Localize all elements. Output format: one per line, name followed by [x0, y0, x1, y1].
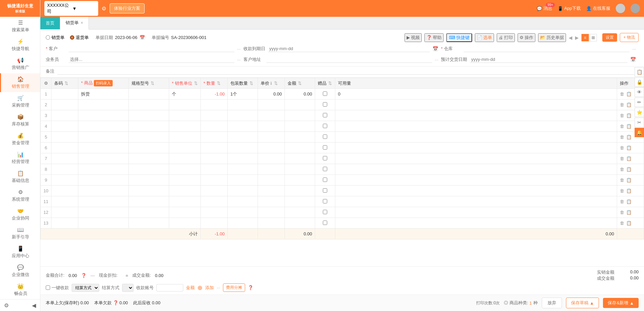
- help-button[interactable]: ❓ 帮助: [424, 33, 444, 42]
- payment-more-icon[interactable]: ···: [217, 285, 220, 290]
- cell-gift[interactable]: [315, 143, 335, 153]
- cell-barcode[interactable]: [51, 175, 78, 186]
- cell-gift[interactable]: [315, 164, 335, 175]
- copy-row-icon[interactable]: 📋: [626, 210, 632, 215]
- column-settings-icon[interactable]: ⚙: [44, 81, 48, 86]
- cell-barcode[interactable]: [51, 110, 78, 121]
- cell-barcode[interactable]: [51, 218, 78, 229]
- right-tool-lock[interactable]: 🔒: [635, 77, 644, 87]
- copy-row-icon[interactable]: 📋: [626, 156, 632, 161]
- expense-button[interactable]: 费用分摊: [223, 283, 245, 292]
- gift-checkbox[interactable]: [323, 210, 327, 214]
- copy-row-icon[interactable]: 📋: [626, 167, 632, 172]
- cell-quantity[interactable]: [201, 143, 228, 153]
- history-button[interactable]: 📂 历史单据: [538, 33, 566, 42]
- cell-quantity[interactable]: [201, 164, 228, 175]
- delete-row-icon[interactable]: 🗑: [620, 199, 624, 204]
- gift-checkbox[interactable]: [323, 102, 327, 107]
- copy-row-icon[interactable]: 📋: [626, 145, 632, 150]
- video-button[interactable]: ▶ 视频: [405, 33, 422, 42]
- cell-quantity[interactable]: [201, 196, 228, 207]
- cell-pkg-qty[interactable]: [228, 164, 258, 175]
- company-selector[interactable]: XXXXXX公司 ▼: [44, 1, 98, 16]
- payment-checkbox-label[interactable]: 一键收款: [46, 285, 69, 291]
- due-date-calendar-icon[interactable]: 📅: [432, 46, 438, 51]
- expected-delivery-input[interactable]: [470, 56, 628, 63]
- cell-quantity[interactable]: [201, 175, 228, 186]
- cell-spec[interactable]: [129, 121, 169, 132]
- cell-spec[interactable]: [129, 110, 169, 121]
- tab-home[interactable]: 首页: [40, 17, 60, 29]
- cell-barcode[interactable]: [51, 132, 78, 143]
- sidebar-item-appstore[interactable]: 📱 应用中心: [0, 243, 40, 262]
- spec-sort-icon[interactable]: ⇅: [151, 81, 154, 86]
- copy-row-icon[interactable]: 📋: [626, 178, 632, 183]
- cell-unit[interactable]: [169, 196, 201, 207]
- tab-sales-bill[interactable]: 销货单 ×: [60, 17, 89, 30]
- customer-input[interactable]: [69, 45, 234, 52]
- sidebar-item-marketing[interactable]: 📢 营销推广: [0, 54, 40, 73]
- cell-spec[interactable]: [129, 143, 169, 153]
- warehouse-more-icon[interactable]: ···: [632, 46, 636, 51]
- cell-unit-price[interactable]: [258, 121, 285, 132]
- customer-more-icon[interactable]: ···: [237, 46, 241, 51]
- due-date-input[interactable]: [268, 45, 430, 52]
- warehouse-input[interactable]: 建材仓: [464, 45, 630, 52]
- cell-spec[interactable]: [129, 164, 169, 175]
- pkg-qty-sort-icon[interactable]: ⇅: [250, 81, 253, 86]
- cell-unit[interactable]: [169, 153, 201, 164]
- save-draft-button[interactable]: 保存草稿 ▲: [566, 298, 599, 308]
- shortcut-button[interactable]: ⌨ 快捷键: [446, 33, 472, 42]
- help-circle-icon-footer[interactable]: ❓: [81, 273, 86, 278]
- delete-row-icon[interactable]: 🗑: [620, 134, 624, 140]
- cell-barcode[interactable]: [51, 164, 78, 175]
- cell-quantity[interactable]: [201, 207, 228, 218]
- cell-unit[interactable]: 个: [169, 89, 201, 100]
- cell-product[interactable]: [78, 100, 129, 110]
- cell-pkg-qty[interactable]: [228, 207, 258, 218]
- delete-row-icon[interactable]: 🗑: [620, 102, 624, 107]
- cell-unit-price[interactable]: [258, 164, 285, 175]
- salesperson-input[interactable]: [69, 56, 234, 63]
- copy-row-icon[interactable]: 📋: [626, 199, 632, 204]
- settings-button[interactable]: 设置: [602, 33, 617, 42]
- cell-amount[interactable]: [285, 186, 315, 196]
- cell-unit[interactable]: [169, 143, 201, 153]
- amount-input[interactable]: [156, 284, 183, 291]
- cell-spec[interactable]: [129, 196, 169, 207]
- sidebar-item-funds[interactable]: 💰 资金管理: [0, 130, 40, 149]
- operation-button[interactable]: ⚙ 操作: [518, 33, 535, 42]
- cell-quantity[interactable]: [201, 121, 228, 132]
- right-tool-eye[interactable]: 👁: [635, 87, 644, 97]
- cell-pkg-qty[interactable]: [228, 143, 258, 153]
- cell-gift[interactable]: [315, 218, 335, 229]
- delete-row-icon[interactable]: 🗑: [620, 167, 624, 172]
- gift-checkbox[interactable]: [323, 124, 327, 128]
- cell-spec[interactable]: [129, 100, 169, 110]
- cell-spec[interactable]: [129, 153, 169, 164]
- delete-row-icon[interactable]: 🗑: [620, 156, 624, 161]
- quantity-sort-icon[interactable]: ⇅: [217, 81, 221, 86]
- cell-unit-price[interactable]: [258, 153, 285, 164]
- delete-row-icon[interactable]: 🗑: [620, 91, 624, 96]
- expense-help-icon[interactable]: ❓: [248, 285, 253, 290]
- next-record-icon[interactable]: ▶: [575, 35, 579, 40]
- cell-spec[interactable]: [129, 207, 169, 218]
- cell-gift[interactable]: [315, 175, 335, 186]
- cell-barcode[interactable]: [51, 196, 78, 207]
- trial-button[interactable]: 体验行业方案: [110, 3, 145, 13]
- copy-row-icon[interactable]: 📋: [626, 188, 632, 193]
- cell-amount[interactable]: [285, 121, 315, 132]
- sidebar-item-quick-nav[interactable]: ⚡ 快捷导航: [0, 36, 40, 54]
- cell-amount[interactable]: 0.00: [285, 89, 315, 100]
- gift-checkbox[interactable]: [323, 221, 327, 225]
- cell-pkg-qty[interactable]: [228, 153, 258, 164]
- cell-unit-price[interactable]: [258, 143, 285, 153]
- cell-unit[interactable]: [169, 186, 201, 196]
- cell-pkg-qty[interactable]: [228, 175, 258, 186]
- user-avatar[interactable]: [616, 4, 625, 13]
- cell-unit[interactable]: [169, 175, 201, 186]
- cell-barcode[interactable]: [51, 153, 78, 164]
- cell-amount[interactable]: [285, 143, 315, 153]
- prev-record-icon[interactable]: ◀: [569, 35, 572, 40]
